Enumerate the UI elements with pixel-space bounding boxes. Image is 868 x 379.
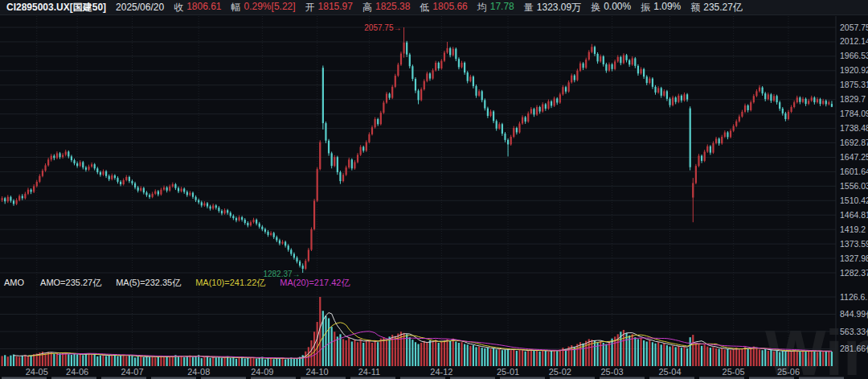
x-axis-month-label: 25-05 bbox=[723, 367, 745, 377]
x-axis-month-label: 24-08 bbox=[187, 367, 210, 377]
amo-ma10-value: MA(10)=241.22亿 bbox=[195, 277, 265, 289]
svg-text:844.99亿: 844.99亿 bbox=[840, 309, 868, 319]
x-axis-month-label: 25-01 bbox=[497, 367, 519, 377]
quote-date: 2025/06/20 bbox=[116, 2, 164, 13]
svg-text:1738.48: 1738.48 bbox=[840, 123, 868, 133]
x-axis-month-label: 25-02 bbox=[549, 367, 571, 377]
svg-text:1510.42: 1510.42 bbox=[840, 196, 868, 205]
svg-text:1373.59: 1373.59 bbox=[840, 239, 868, 249]
svg-text:1282.37: 1282.37 bbox=[840, 268, 868, 278]
quote-field-volume: 量1323.09万 bbox=[524, 1, 581, 14]
svg-text:1327.98: 1327.98 bbox=[840, 253, 868, 263]
svg-text:1419.2: 1419.2 bbox=[840, 225, 866, 234]
x-axis-month-label: 24-12 bbox=[430, 367, 452, 377]
quote-field-close: 收1806.61 bbox=[174, 1, 221, 14]
svg-text:563.33亿: 563.33亿 bbox=[840, 327, 868, 336]
gridlines bbox=[0, 16, 836, 366]
trading-terminal-chart-window: Wind2057.752012.141966.531920.921875.311… bbox=[0, 0, 868, 379]
x-axis-month-label: 24-11 bbox=[358, 367, 380, 377]
x-axis-month-label: 25-03 bbox=[600, 367, 623, 377]
x-axis-month-label: 25-04 bbox=[658, 367, 681, 377]
svg-text:1920.92: 1920.92 bbox=[840, 65, 868, 75]
quote-topbar: CI2895003.UX[国建50] 2025/06/20 收1806.61 幅… bbox=[0, 0, 868, 15]
svg-text:1556.03: 1556.03 bbox=[840, 181, 868, 191]
volume-pane-legend: AMO AMO=235.27亿 MA(5)=232.35亿 MA(10)=241… bbox=[4, 277, 350, 288]
quote-field-average: 均17.78 bbox=[477, 1, 514, 14]
x-axis-month-label: 24-07 bbox=[121, 367, 143, 377]
axis-labels: 2057.752012.141966.531920.921875.311829.… bbox=[26, 23, 868, 377]
amo-ma20-value: MA(20)=217.42亿 bbox=[280, 277, 350, 289]
svg-text:1875.31: 1875.31 bbox=[840, 80, 868, 89]
svg-text:281.66亿: 281.66亿 bbox=[840, 344, 868, 353]
svg-text:1692.87: 1692.87 bbox=[840, 138, 868, 147]
volume-ma5-line bbox=[14, 313, 832, 359]
svg-text:1601.64: 1601.64 bbox=[840, 167, 868, 176]
quote-field-change: 幅0.29%[5.22] bbox=[231, 1, 296, 14]
quote-field-open: 开1815.97 bbox=[305, 1, 353, 14]
quote-field-turnover-rate: 换0.00% bbox=[591, 1, 631, 14]
svg-text:2057.75: 2057.75 bbox=[840, 23, 868, 32]
x-axis-month-label: 24-10 bbox=[306, 367, 329, 377]
instrument-symbol[interactable]: CI2895003.UX[国建50] bbox=[6, 1, 106, 14]
svg-text:1829.7: 1829.7 bbox=[840, 94, 866, 104]
x-axis-month-label: 24-09 bbox=[251, 367, 273, 377]
svg-text:1647.25: 1647.25 bbox=[840, 152, 868, 162]
quote-field-low: 低1805.66 bbox=[420, 1, 467, 14]
amo-ma5-value: MA(5)=232.35亿 bbox=[116, 277, 181, 289]
svg-text:1966.53: 1966.53 bbox=[840, 51, 868, 60]
svg-text:1784.09: 1784.09 bbox=[840, 109, 868, 118]
quote-field-amplitude: 振1.09% bbox=[641, 1, 681, 14]
svg-text:1126.6...: 1126.6... bbox=[840, 292, 868, 302]
volume-indicator-name[interactable]: AMO bbox=[4, 278, 24, 287]
x-axis-month-label: 25-06 bbox=[777, 367, 800, 377]
x-axis-month-label: 24-06 bbox=[66, 367, 88, 377]
quote-field-amount: 额235.27亿 bbox=[690, 1, 743, 14]
x-axis-month-label: 24-05 bbox=[26, 367, 48, 377]
svg-text:1464.81: 1464.81 bbox=[840, 210, 868, 220]
quote-field-high: 高1825.38 bbox=[362, 1, 410, 14]
candlestick-chart[interactable]: Wind2057.752012.141966.531920.921875.311… bbox=[0, 0, 868, 379]
amo-value: AMO=235.27亿 bbox=[40, 277, 101, 289]
candles bbox=[2, 27, 833, 273]
highest-price-annotation: 2057.75→ bbox=[364, 23, 401, 32]
svg-text:2012.14: 2012.14 bbox=[840, 36, 868, 46]
